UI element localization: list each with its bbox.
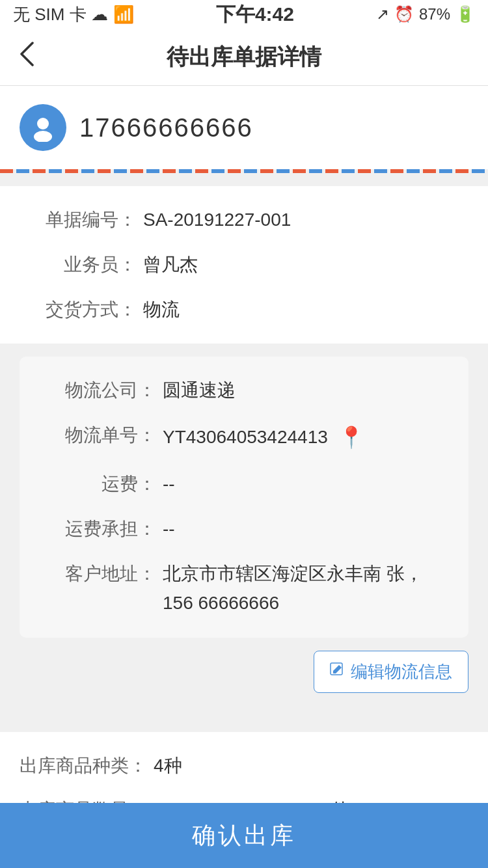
customer-address-value: 北京市市辖区海淀区永丰南 张，156 66666666: [163, 560, 449, 618]
status-time: 下午4:42: [216, 1, 294, 28]
customer-section: 17666666666: [0, 86, 488, 169]
doc-number-value: SA-20191227-001: [143, 206, 468, 235]
salesman-value: 曾凡杰: [143, 251, 468, 280]
logistics-company-label: 物流公司：: [39, 376, 156, 405]
edit-btn-container: 编辑物流信息: [0, 638, 488, 706]
freight-bear-row: 运费承担： --: [39, 515, 449, 544]
salesman-label: 业务员：: [20, 251, 137, 280]
doc-info-section: 单据编号： SA-20191227-001 业务员： 曾凡杰 交货方式： 物流: [0, 186, 488, 344]
freight-label: 运费：: [39, 470, 156, 499]
status-right: ↗ ⏰ 87% 🔋: [376, 5, 475, 23]
delivery-value: 物流: [143, 295, 468, 325]
battery-percent: 87%: [419, 5, 450, 23]
nav-bar: 待出库单据详情: [0, 29, 488, 86]
product-type-row: 出库商品种类： 4种: [20, 752, 468, 781]
delivery-label: 交货方式：: [20, 295, 137, 325]
confirm-button[interactable]: 确认出库: [192, 820, 296, 852]
svg-point-0: [37, 118, 49, 129]
logistics-tracking-row: 物流单号： YT43064053424413 📍: [39, 421, 449, 454]
page-title: 待出库单据详情: [167, 42, 321, 72]
logistics-card: 物流公司： 圆通速递 物流单号： YT43064053424413 📍 运费： …: [20, 357, 468, 637]
bottom-bar: 确认出库: [0, 803, 488, 868]
edit-logistics-button[interactable]: 编辑物流信息: [314, 651, 468, 693]
location-status-icon: ↗: [376, 5, 389, 23]
status-left: 无 SIM 卡 ☁ 📶: [13, 3, 134, 26]
logistics-tracking-label: 物流单号：: [39, 421, 156, 450]
product-type-value: 4种: [154, 752, 468, 781]
logistics-tracking-value-container: YT43064053424413 📍: [163, 421, 449, 454]
salesman-row: 业务员： 曾凡杰: [20, 251, 468, 280]
product-type-label: 出库商品种类：: [20, 752, 147, 781]
edit-logistics-label: 编辑物流信息: [351, 660, 452, 683]
battery-icon: 🔋: [455, 5, 475, 23]
dashed-divider: [0, 169, 488, 173]
alarm-icon: ⏰: [394, 5, 414, 23]
svg-point-1: [34, 131, 52, 142]
logistics-company-row: 物流公司： 圆通速递: [39, 376, 449, 405]
section-divider-1: [0, 706, 488, 719]
doc-number-label: 单据编号：: [20, 206, 137, 235]
sim-label: 无 SIM 卡 ☁: [13, 3, 108, 26]
delivery-row: 交货方式： 物流: [20, 295, 468, 325]
logistics-tracking-value: YT43064053424413: [163, 423, 328, 452]
status-bar: 无 SIM 卡 ☁ 📶 下午4:42 ↗ ⏰ 87% 🔋: [0, 0, 488, 29]
edit-icon: [330, 662, 344, 681]
doc-number-row: 单据编号： SA-20191227-001: [20, 206, 468, 235]
freight-row: 运费： --: [39, 470, 449, 499]
freight-bear-label: 运费承担：: [39, 515, 156, 544]
customer-address-label: 客户地址：: [39, 560, 156, 589]
customer-address-row: 客户地址： 北京市市辖区海淀区永丰南 张，156 66666666: [39, 560, 449, 618]
logistics-company-value: 圆通速递: [163, 376, 449, 405]
customer-phone: 17666666666: [79, 113, 253, 142]
freight-bear-value: --: [163, 515, 449, 544]
wifi-icon: 📶: [113, 5, 134, 25]
map-pin-icon[interactable]: 📍: [338, 421, 364, 454]
avatar: [20, 104, 66, 151]
back-button[interactable]: [20, 35, 40, 79]
freight-value: --: [163, 470, 449, 499]
